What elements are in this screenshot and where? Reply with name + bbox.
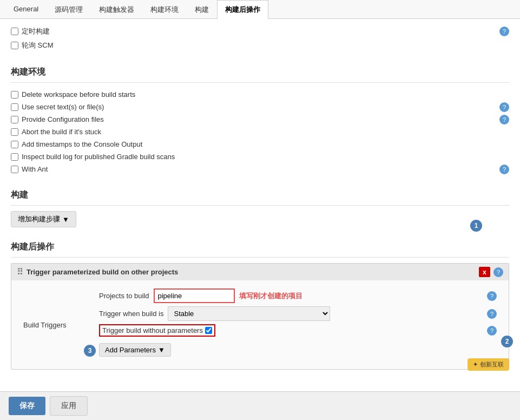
add-build-step-button[interactable]: 增加构建步骤 ▼ <box>11 211 76 227</box>
row-config: Provide Configuration files ? <box>11 113 509 126</box>
post-build-card: ⠿ Trigger parameterized build on other p… <box>11 263 509 370</box>
checkbox-abort-label[interactable]: Abort the build if it's stuck <box>22 128 509 136</box>
build-section: 构建 增加构建步骤 ▼ <box>11 184 509 227</box>
help-icon-schedule[interactable]: ? <box>499 27 509 36</box>
checkbox-gradle-label[interactable]: Inspect build log for published Gradle b… <box>22 153 509 161</box>
tab-构建后操作[interactable]: 构建后操作 <box>217 0 268 19</box>
post-build-card-body: Build Triggers Projects to build 填写刚才创建的… <box>11 280 509 369</box>
build-triggers-row: Build Triggers Projects to build 填写刚才创建的… <box>20 286 500 364</box>
checkbox-ant[interactable] <box>11 166 18 173</box>
checkbox-secret-label[interactable]: Use secret text(s) or file(s) <box>22 103 104 111</box>
trigger-when-label: Trigger when build is <box>99 310 163 318</box>
build-triggers-table: Build Triggers Projects to build 填写刚才创建的… <box>20 286 500 364</box>
checkbox-scm[interactable] <box>11 42 18 49</box>
checkbox-row-abort: Abort the build if it's stuck <box>11 126 509 138</box>
watermark-icon: ✦ <box>473 361 478 368</box>
projects-to-build-label: Projects to build <box>99 292 149 300</box>
checkbox-config[interactable] <box>11 116 18 123</box>
post-build-card-header: ⠿ Trigger parameterized build on other p… <box>11 264 509 280</box>
checkbox-row-ant: With Ant <box>11 163 48 175</box>
tab-构建触发器[interactable]: 构建触发器 <box>91 0 142 19</box>
annotation-badge-2: 2 <box>501 336 513 347</box>
add-params-arrow: ▼ <box>158 346 165 354</box>
tab-构建[interactable]: 构建 <box>187 0 217 19</box>
checkbox-scm-label[interactable]: 轮询 SCM <box>22 41 509 50</box>
top-checkboxes-block: 定时构建 ? 轮询 SCM <box>11 24 509 52</box>
help-icon-ant[interactable]: ? <box>499 165 509 174</box>
help-icon-card[interactable]: ? <box>493 267 503 277</box>
checkbox-row-config: Provide Configuration files <box>11 113 104 126</box>
watermark: ✦ 创新互联 <box>468 358 509 371</box>
build-triggers-label: Build Triggers <box>23 321 66 329</box>
projects-to-build-input[interactable] <box>154 288 235 303</box>
trigger-when-select[interactable]: StableUnstableFailedAlways <box>168 306 330 321</box>
trigger-no-params-bordered: Trigger build without parameters <box>99 324 215 337</box>
trigger-when-row: Trigger when build is StableUnstableFail… <box>99 306 497 321</box>
help-icon-config[interactable]: ? <box>499 115 509 124</box>
post-build-section: 构建后操作 1 ⠿ Trigger parameterized build on… <box>11 236 509 370</box>
apply-button[interactable]: 应用 <box>50 396 88 409</box>
projects-to-build-row: Projects to build 填写刚才创建的项目 ? Trigger wh… <box>99 288 497 357</box>
save-button[interactable]: 保存 <box>9 397 45 409</box>
tab-General[interactable]: General <box>5 0 47 19</box>
bottom-bar: 保存 应用 <box>0 391 520 409</box>
projects-label-input-row: Projects to build 填写刚才创建的项目 ? <box>99 288 497 303</box>
build-section-header: 构建 <box>11 184 509 206</box>
help-icon-projects[interactable]: ? <box>487 291 497 301</box>
checkbox-timestamps-label[interactable]: Add timestamps to the Console Output <box>22 140 509 148</box>
add-params-label: Add Parameters <box>105 346 156 354</box>
post-build-card-title-text: Trigger parameterized build on other pro… <box>27 268 178 276</box>
help-icon-trigger-when[interactable]: ? <box>487 309 497 319</box>
checkbox-ant-label[interactable]: With Ant <box>22 165 48 173</box>
help-icon-secret[interactable]: ? <box>499 102 509 112</box>
annotation-badge-3: 3 <box>84 345 96 357</box>
row-ant: With Ant ? <box>11 163 509 175</box>
watermark-text: 创新互联 <box>480 360 504 369</box>
trigger-no-params-row: Trigger build without parameters ? 2 <box>99 324 497 337</box>
help-icon-no-params[interactable]: ? <box>487 326 497 336</box>
checkbox-row-gradle: Inspect build log for published Gradle b… <box>11 150 509 163</box>
build-env-section: 构建环境 Delete workspace before build start… <box>11 61 509 175</box>
checkbox-row-delete: Delete workspace before build starts <box>11 88 509 101</box>
checkbox-delete-workspace-label[interactable]: Delete workspace before build starts <box>22 90 509 99</box>
checkbox-abort[interactable] <box>11 128 18 136</box>
checkbox-row-secret: Use secret text(s) or file(s) <box>11 101 104 113</box>
checkbox-row-scm: 轮询 SCM <box>11 38 509 52</box>
drag-handle-icon[interactable]: ⠿ <box>17 267 23 277</box>
close-card-button[interactable]: x <box>479 267 490 277</box>
add-build-step-arrow: ▼ <box>62 215 69 224</box>
checkbox-gradle[interactable] <box>11 153 18 161</box>
checkbox-schedule[interactable] <box>11 28 18 35</box>
tab-源码管理[interactable]: 源码管理 <box>47 0 91 19</box>
checkbox-config-label[interactable]: Provide Configuration files <box>22 115 104 123</box>
checkbox-row-schedule: 定时构建 <box>11 24 50 38</box>
row-secret: Use secret text(s) or file(s) ? <box>11 101 509 113</box>
checkbox-row-timestamps: Add timestamps to the Console Output <box>11 138 509 150</box>
checkbox-secret[interactable] <box>11 103 18 111</box>
row-schedule-build: 定时构建 ? <box>11 24 509 38</box>
build-env-header: 构建环境 <box>11 61 509 83</box>
main-content: 定时构建 ? 轮询 SCM 构建环境 Delete workspace befo… <box>0 19 520 409</box>
add-params-button[interactable]: Add Parameters ▼ <box>99 343 171 357</box>
add-params-row: 3 Add Parameters ▼ <box>99 341 497 357</box>
checkbox-timestamps[interactable] <box>11 141 18 148</box>
tab-构建环境[interactable]: 构建环境 <box>142 0 187 19</box>
checkbox-trigger-no-params[interactable] <box>205 327 212 334</box>
tabs-bar: General源码管理构建触发器构建环境构建构建后操作 <box>0 0 520 19</box>
checkbox-delete-workspace[interactable] <box>11 91 18 99</box>
post-build-card-title: ⠿ Trigger parameterized build on other p… <box>17 267 178 277</box>
add-build-step-label: 增加构建步骤 <box>18 214 60 224</box>
projects-hint-text: 填写刚才创建的项目 <box>239 291 302 301</box>
annotation-badge-1: 1 <box>470 220 482 232</box>
post-build-header: 构建后操作 <box>11 236 509 258</box>
trigger-no-params-label: Trigger build without parameters <box>102 326 203 334</box>
checkbox-schedule-label[interactable]: 定时构建 <box>22 27 50 36</box>
